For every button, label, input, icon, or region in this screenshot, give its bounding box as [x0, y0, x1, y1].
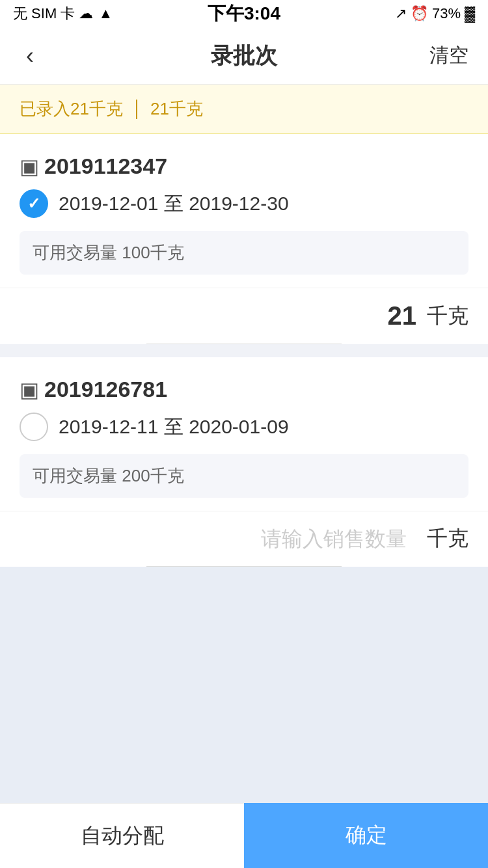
batch1-radio[interactable]: ✓	[20, 189, 48, 218]
batch2-row[interactable]: 2019-12-11 至 2020-01-09	[20, 413, 468, 441]
batch2-id: 2019126781	[44, 377, 167, 402]
batch1-header: ▣ 2019112347	[20, 154, 468, 179]
recorded-label: 已录入21千克	[20, 98, 123, 120]
wifi-icon: ▲	[98, 5, 113, 22]
batch2-content: ▣ 2019126781 2019-12-11 至 2020-01-09	[0, 357, 488, 441]
banner-divider	[136, 100, 137, 119]
back-button[interactable]: ‹	[20, 36, 40, 76]
batch2-card: ▣ 2019126781 2019-12-11 至 2020-01-09 可用交…	[0, 357, 488, 567]
nav-bar: ‹ 录批次 清空	[0, 27, 488, 85]
batch1-content: ▣ 2019112347 ✓ 2019-12-01 至 2019-12-30	[0, 134, 488, 218]
batch2-avail: 可用交易量 200千克	[20, 454, 468, 498]
clear-button[interactable]: 清空	[429, 42, 468, 69]
batch2-quantity-input[interactable]	[20, 527, 416, 551]
batch1-avail: 可用交易量 100千克	[20, 231, 468, 275]
batch1-icon: ▣	[20, 154, 39, 179]
card-separator	[0, 344, 488, 357]
battery-icon: ▓	[465, 5, 475, 22]
page-title: 录批次	[211, 41, 277, 71]
batch2-icon: ▣	[20, 377, 39, 402]
batch1-card: ▣ 2019112347 ✓ 2019-12-01 至 2019-12-30 可…	[0, 134, 488, 344]
main-content: 已录入21千克 21千克 ▣ 2019112347 ✓ 2019-12-01 至…	[0, 85, 488, 827]
batch2-header: ▣ 2019126781	[20, 377, 468, 402]
empty-space	[0, 567, 488, 827]
confirm-button[interactable]: 确定	[244, 803, 488, 868]
batch2-input-row[interactable]: 千克	[0, 511, 488, 566]
banner-value: 21千克	[150, 98, 203, 120]
status-time: 下午3:04	[208, 1, 280, 26]
alarm-icon: ⏰	[411, 5, 428, 22]
batch2-radio[interactable]	[20, 413, 48, 441]
status-bar: 无 SIM 卡 ☁ ▲ 下午3:04 ↗ ⏰ 73% ▓	[0, 0, 488, 27]
battery-label: 73%	[432, 5, 461, 22]
batch1-date: 2019-12-01 至 2019-12-30	[59, 191, 289, 217]
info-banner: 已录入21千克 21千克	[0, 85, 488, 134]
batch1-qty-row: 21 千克	[0, 288, 488, 344]
batch2-date: 2019-12-11 至 2020-01-09	[59, 414, 289, 441]
batch1-check: ✓	[27, 195, 40, 213]
auto-distribute-button[interactable]: 自动分配	[0, 803, 244, 868]
batch1-row[interactable]: ✓ 2019-12-01 至 2019-12-30	[20, 189, 468, 218]
batch2-unit: 千克	[427, 524, 468, 553]
bottom-bar: 自动分配 确定	[0, 803, 488, 868]
batch1-unit: 千克	[427, 302, 468, 331]
batch1-id: 2019112347	[44, 154, 167, 179]
status-left: 无 SIM 卡 ☁ ▲	[13, 4, 113, 23]
batch1-quantity: 21	[388, 301, 417, 331]
sim-label: 无 SIM 卡 ☁	[13, 4, 93, 23]
status-right: ↗ ⏰ 73% ▓	[395, 5, 475, 22]
location-icon: ↗	[395, 5, 407, 22]
